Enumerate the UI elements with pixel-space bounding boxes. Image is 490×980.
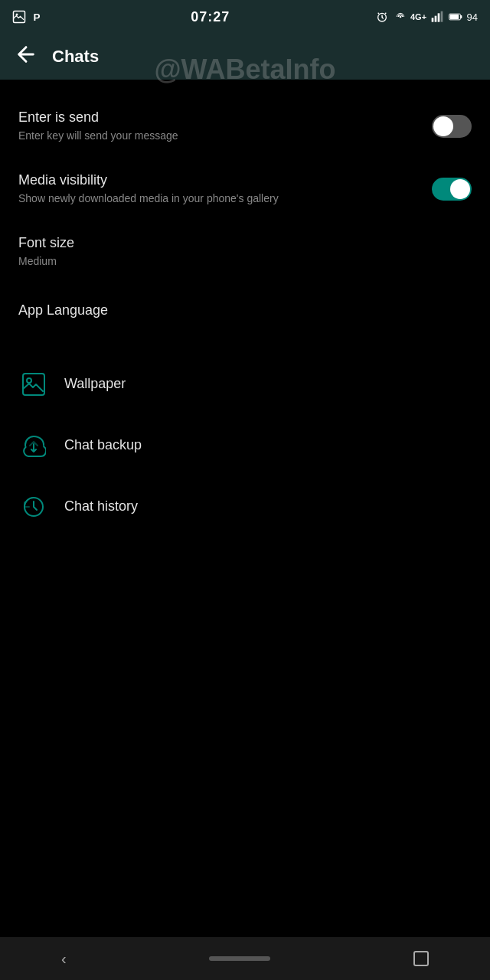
settings-list: Enter is send Enter key will send your m… xyxy=(0,80,490,537)
setting-enter-is-send-subtitle: Enter key will send your message xyxy=(18,129,432,144)
setting-chat-backup[interactable]: Chat backup xyxy=(0,415,490,476)
page-title: Chats xyxy=(52,47,99,67)
setting-app-language-text: App Language xyxy=(18,302,472,319)
setting-media-visibility[interactable]: Media visibility Show newly downloaded m… xyxy=(0,158,490,220)
status-bar-left: P xyxy=(12,10,46,24)
toggle-media-visibility[interactable] xyxy=(432,178,472,201)
wallpaper-label: Wallpaper xyxy=(64,376,126,392)
toggle-enter-is-send[interactable] xyxy=(432,115,472,138)
top-bar: Chats xyxy=(0,34,490,80)
svg-rect-12 xyxy=(23,374,44,395)
setting-font-size-title: Font size xyxy=(18,234,472,252)
nav-bar: ‹ xyxy=(0,937,490,980)
toggle-knob xyxy=(433,116,453,136)
chat-backup-label: Chat backup xyxy=(64,437,142,453)
wallpaper-icon xyxy=(18,369,49,400)
svg-rect-5 xyxy=(431,18,433,21)
gallery-icon xyxy=(12,10,26,24)
hotspot-icon xyxy=(394,10,407,24)
svg-text:P: P xyxy=(34,11,41,23)
setting-media-visibility-subtitle: Show newly downloaded media in your phon… xyxy=(18,191,432,207)
svg-rect-11 xyxy=(449,15,459,19)
setting-enter-is-send-title: Enter is send xyxy=(18,109,432,126)
setting-app-language-title: App Language xyxy=(18,302,472,319)
setting-media-visibility-title: Media visibility xyxy=(18,172,432,189)
alarm-icon xyxy=(375,10,389,24)
p-icon: P xyxy=(32,10,46,24)
svg-rect-10 xyxy=(460,15,462,18)
setting-font-size[interactable]: Font size Medium xyxy=(0,220,490,283)
nav-back-button[interactable]: ‹ xyxy=(61,950,67,968)
battery-level: 94 xyxy=(467,11,478,23)
setting-chat-history[interactable]: Chat history xyxy=(0,476,490,537)
nav-recents-button[interactable] xyxy=(413,951,429,966)
backup-icon xyxy=(18,430,49,461)
signal-icon xyxy=(430,10,444,24)
setting-font-size-text: Font size Medium xyxy=(18,234,472,270)
setting-media-visibility-text: Media visibility Show newly downloaded m… xyxy=(18,172,432,207)
section-divider xyxy=(0,338,490,354)
back-button[interactable] xyxy=(12,41,40,73)
data-icon: 4G+ xyxy=(412,10,426,24)
battery-icon xyxy=(449,10,462,24)
status-time: 07:27 xyxy=(191,9,230,25)
history-icon xyxy=(18,492,49,522)
setting-app-language[interactable]: App Language xyxy=(0,283,490,338)
svg-point-4 xyxy=(399,16,401,18)
status-bar-right: 4G+ 94 xyxy=(375,10,478,24)
chat-history-label: Chat history xyxy=(64,498,138,514)
svg-rect-7 xyxy=(437,13,439,21)
setting-enter-is-send-text: Enter is send Enter key will send your m… xyxy=(18,109,432,144)
setting-enter-is-send[interactable]: Enter is send Enter key will send your m… xyxy=(0,95,490,158)
setting-font-size-value: Medium xyxy=(18,254,472,270)
nav-home-pill[interactable] xyxy=(209,956,270,961)
svg-rect-6 xyxy=(434,16,436,22)
svg-rect-8 xyxy=(440,11,443,22)
status-bar: P 07:27 4G+ xyxy=(0,0,490,34)
toggle-knob-media xyxy=(450,179,470,199)
svg-point-13 xyxy=(27,378,31,383)
setting-wallpaper[interactable]: Wallpaper xyxy=(0,354,490,415)
